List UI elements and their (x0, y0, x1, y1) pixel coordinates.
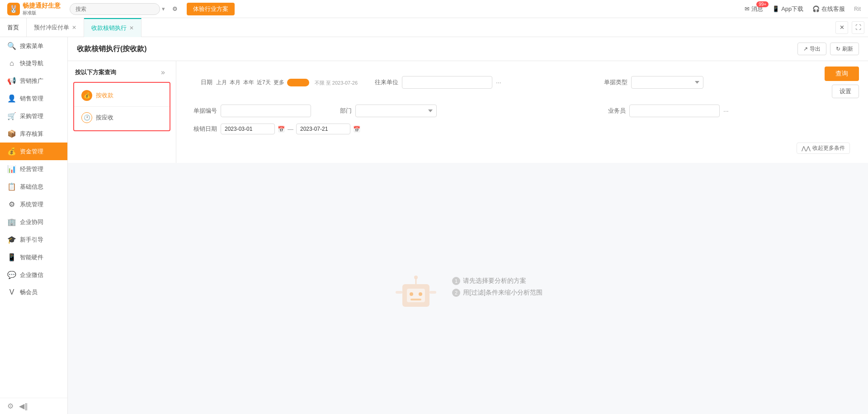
sidebar-label: 企业协同 (20, 218, 43, 226)
tab-home-label: 首页 (7, 24, 19, 32)
sidebar-collapse-icon[interactable]: ◀‖ (19, 402, 28, 410)
filter-area: 按以下方案查询 » 💰 按收款 🕐 按应收 (68, 61, 868, 163)
vip-icon: V (7, 288, 16, 296)
department-select[interactable] (355, 105, 437, 117)
sidebar-item-enterprise[interactable]: 🏢 企业协同 (0, 213, 67, 231)
sidebar-label: 搜索菜单 (20, 42, 43, 50)
sidebar-item-basic-info[interactable]: 📋 基础信息 (0, 178, 67, 195)
filter-option-by-collection[interactable]: 💰 按收款 (74, 86, 170, 105)
voucher-no-input[interactable] (221, 105, 311, 117)
collapse-filter-btn[interactable]: » (157, 67, 169, 78)
guide-icon: 🎓 (7, 235, 16, 244)
close-icon[interactable]: ✕ (129, 25, 134, 31)
filter-option-by-receivable[interactable]: 🕐 按应收 (74, 109, 170, 127)
svg-rect-7 (396, 291, 402, 294)
expand-btn[interactable]: ⛶ (852, 21, 864, 34)
more-btn[interactable]: 更多 (274, 79, 284, 86)
hint2-num: 2 (452, 289, 460, 297)
settings-icon[interactable]: ⚙ (169, 3, 181, 15)
verify-date-start-input[interactable] (221, 124, 275, 134)
tabbar-actions: ✕ ⛶ (835, 21, 868, 34)
svg-point-6 (414, 276, 418, 279)
tab-prepay[interactable]: 预付冲应付单 ✕ (27, 18, 84, 37)
sidebar-label: 销售管理 (20, 95, 43, 103)
wechat-icon: 💬 (7, 271, 16, 279)
empty-illustration (393, 266, 439, 311)
message-icon: ✉ (745, 5, 750, 12)
search-icon: 🔍 (7, 42, 16, 50)
settings-btn[interactable]: 设置 (832, 85, 859, 98)
last-month-btn[interactable]: 上月 (216, 79, 227, 86)
sidebar-item-sales[interactable]: 👤 销售管理 (0, 90, 67, 107)
svg-rect-4 (410, 299, 421, 300)
sidebar-item-marketing[interactable]: 📢 营销推广 (0, 72, 67, 90)
sidebar-item-guide[interactable]: 🎓 新手引导 (0, 231, 67, 248)
calendar-icon[interactable]: 📅 (353, 126, 360, 133)
close-tab-btn[interactable]: ✕ (835, 21, 848, 34)
counterpart-field: 往来单位 ··· (367, 76, 586, 89)
export-icon: ↗ (803, 46, 808, 52)
query-btn[interactable]: 查询 (825, 67, 859, 81)
close-icon[interactable]: ✕ (72, 24, 76, 31)
sidebar-item-quick-nav[interactable]: ⌂ 快捷导航 (0, 55, 67, 72)
custom-date-btn[interactable]: 自定义 (287, 79, 309, 86)
collapse-more-btn[interactable]: ⋀⋀ 收起更多条件 (797, 143, 850, 154)
last-7days-btn[interactable]: 近7天 (257, 79, 271, 86)
voucher-type-label: 单据类型 (596, 78, 627, 86)
online-service-btn[interactable]: 🎧 在线客服 (812, 5, 845, 13)
salesperson-label: 业务员 (594, 107, 626, 115)
content-header: 收款核销执行(按收款) ↗ 导出 ↻ 刷新 (68, 37, 868, 61)
app-download-btn[interactable]: 📱 App下载 (772, 5, 803, 13)
voucher-type-select[interactable] (631, 76, 703, 89)
sidebar-item-wechat[interactable]: 💬 企业微信 (0, 266, 67, 284)
sidebar: 🔍 搜索菜单 ⌂ 快捷导航 📢 营销推广 👤 销售管理 🛒 采购管理 📦 (0, 37, 68, 414)
search-input[interactable] (70, 3, 160, 15)
this-year-btn[interactable]: 本年 (243, 79, 254, 86)
sidebar-item-finance[interactable]: 💰 资金管理 (0, 143, 67, 160)
date-note: 不限 至 2023-07-26 (315, 80, 358, 86)
this-month-btn[interactable]: 本月 (230, 79, 241, 86)
sidebar-label: 经营管理 (20, 165, 43, 173)
filter-sidebar: 按以下方案查询 » 💰 按收款 🕐 按应收 (68, 61, 176, 163)
more-icon[interactable]: ··· (496, 79, 501, 86)
sidebar-item-inventory[interactable]: 📦 库存核算 (0, 125, 67, 143)
brand: 🐰 畅捷通好生意 标准版 (7, 2, 61, 16)
export-label: 导出 (810, 45, 821, 53)
building-icon: 🏢 (7, 218, 16, 226)
industry-btn[interactable]: 体验行业方案 (187, 3, 235, 15)
date-separator: — (288, 126, 293, 133)
filter-option-label: 按应收 (96, 114, 113, 122)
hint2-text: 用[过滤]条件来缩小分析范围 (463, 289, 542, 297)
sidebar-settings-icon[interactable]: ⚙ (7, 402, 14, 410)
sidebar-item-member[interactable]: V 畅会员 (0, 284, 67, 301)
form-actions: 查询 设置 (825, 67, 859, 98)
salesperson-input[interactable] (629, 105, 720, 117)
empty-content: 1 请先选择要分析的方案 2 用[过滤]条件来缩小分析范围 (393, 266, 542, 311)
tab-collection[interactable]: 收款核销执行 ✕ (84, 18, 142, 37)
sidebar-item-system[interactable]: ⚙ 系统管理 (0, 195, 67, 213)
chevron-up-icon: ⋀⋀ (802, 145, 811, 152)
calendar-icon[interactable]: 📅 (278, 126, 285, 133)
search-box[interactable] (70, 3, 160, 15)
tab-home[interactable]: 首页 (0, 18, 27, 37)
chevron-down-icon[interactable]: ▾ (162, 5, 165, 12)
sidebar-item-hardware[interactable]: 📱 智能硬件 (0, 248, 67, 266)
sidebar-item-purchase[interactable]: 🛒 采购管理 (0, 107, 67, 125)
topbar-right: ✉ 消息 99+ 📱 App下载 🎧 在线客服 Rit (745, 5, 861, 13)
messages-btn[interactable]: ✉ 消息 99+ (745, 5, 763, 13)
hint1-num: 1 (452, 277, 460, 285)
counterpart-input[interactable] (402, 76, 492, 89)
date-label: 日期 (185, 78, 212, 86)
sidebar-label: 企业微信 (20, 271, 43, 279)
refresh-btn[interactable]: ↻ 刷新 (830, 43, 859, 55)
box-icon: 📦 (7, 129, 16, 138)
verify-date-end-input[interactable] (296, 124, 350, 134)
sidebar-item-operations[interactable]: 📊 经营管理 (0, 160, 67, 178)
user-menu[interactable]: Rit (854, 6, 861, 12)
department-field: 部门 (320, 105, 585, 117)
clipboard-icon: 📋 (7, 182, 16, 191)
export-btn[interactable]: ↗ 导出 (797, 43, 826, 55)
sidebar-item-search-menu[interactable]: 🔍 搜索菜单 (0, 37, 67, 55)
more-icon[interactable]: ··· (723, 107, 729, 114)
sidebar-label: 智能硬件 (20, 253, 43, 262)
